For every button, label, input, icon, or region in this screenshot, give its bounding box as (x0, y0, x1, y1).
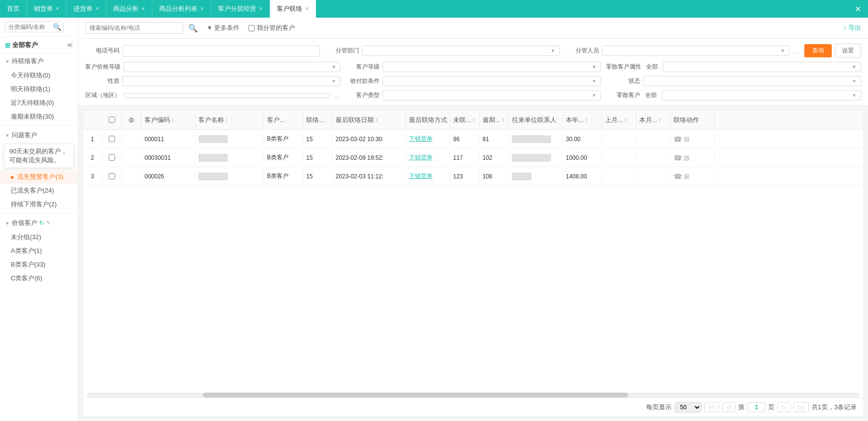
prev-page-button[interactable]: ◁ (722, 402, 735, 412)
phone-input[interactable] (122, 45, 320, 57)
person-select[interactable]: ▼ (602, 46, 790, 56)
th-lastmonth[interactable]: 上月... ↕ (602, 112, 636, 128)
td-check-2[interactable] (102, 151, 122, 164)
th-type[interactable]: 客户... (264, 112, 303, 128)
horizontal-scrollbar[interactable] (87, 393, 860, 397)
tab-analysis-list-close[interactable]: × (200, 5, 204, 12)
status-field: 状态 ▼ (606, 76, 861, 86)
sidebar-item-declining[interactable]: 持续下滑客户(2) (0, 198, 78, 211)
td-check-3[interactable] (102, 170, 122, 182)
th-settings[interactable]: ⚙ (122, 112, 142, 128)
th-partner[interactable]: 往来单位联系人 (509, 112, 563, 128)
sidebar-item-overdue[interactable]: 逾期未联络(30) (0, 110, 78, 124)
search-button[interactable]: 🔍 (188, 24, 198, 33)
zero-customer-select[interactable]: ▼ (662, 90, 861, 100)
sidebar-section-problem[interactable]: ▼ 问题客户 (0, 128, 78, 143)
tab-customer-layer-close[interactable]: × (259, 5, 263, 12)
custtype-select[interactable]: ▼ (383, 90, 601, 100)
next-page-button[interactable]: ▷ (777, 402, 791, 412)
th-overdue[interactable]: 逾期... ↕ (480, 112, 509, 128)
action-more-icon-1[interactable]: ⊞ (684, 135, 690, 143)
last-page-button[interactable]: ▷| (794, 402, 808, 412)
th-uncontact[interactable]: 未联... ↕ (450, 112, 480, 128)
th-code[interactable]: 客户编码 ↕ (142, 112, 195, 128)
td-lastway-3[interactable]: 下销货单 (406, 169, 450, 183)
price-select[interactable]: ▼ (123, 62, 340, 72)
th-name[interactable]: 客户名称 ↕ (195, 112, 264, 128)
tab-sales[interactable]: 销货单 × (27, 0, 67, 18)
tab-customer-contact-close[interactable]: × (305, 5, 309, 12)
select-all-checkbox[interactable] (109, 117, 115, 123)
custtype-field: 客户类型 ▼ (345, 90, 601, 100)
page-size-select[interactable]: 50 20 100 (675, 402, 701, 413)
row-checkbox-2[interactable] (109, 154, 115, 161)
sidebar-section-value[interactable]: ▼ 价值客户 ↻ ✎ (0, 216, 78, 230)
payment-select[interactable]: ▼ (383, 76, 601, 86)
sidebar-search-icon[interactable]: 🔍 (53, 23, 61, 31)
td-lastmonth-2 (602, 155, 636, 161)
sidebar-item-churned[interactable]: 已流失客户(24) (0, 184, 78, 198)
row-checkbox-1[interactable] (109, 136, 115, 142)
table-row: 1 000011 B类客户 15 2023-03-02 10:30: 下销货单 … (83, 130, 864, 149)
sidebar-item-class-c[interactable]: C类客户(6) (0, 272, 78, 285)
th-lastdate[interactable]: 最后联络日期 ↕ (333, 112, 406, 128)
table-settings-icon[interactable]: ⚙ (128, 116, 135, 124)
my-customers-checkbox-label[interactable]: 我分管的客户 (248, 24, 295, 32)
dept-select[interactable]: ▼ (362, 46, 559, 56)
tab-home[interactable]: 首页 (0, 0, 27, 18)
query-button[interactable]: 查询 (804, 44, 832, 57)
dept-label: 分管部门 (325, 47, 359, 55)
value-section-refresh[interactable]: ↻ (39, 220, 44, 226)
tab-purchase[interactable]: 进货单 × (67, 0, 106, 18)
more-conditions-button[interactable]: ▼ 更多条件 (203, 22, 243, 34)
zero-attr-select[interactable]: ▼ (663, 62, 861, 72)
tab-purchase-close[interactable]: × (96, 5, 99, 12)
sidebar-item-7days[interactable]: 近7天待联络(0) (0, 96, 78, 110)
tab-analysis[interactable]: 商品分析 × (106, 0, 152, 18)
level-select[interactable]: ▼ (383, 62, 601, 72)
action-phone-icon-3[interactable]: ☎ (674, 173, 682, 180)
window-close-button[interactable]: ✕ (848, 4, 868, 14)
tab-customer-layer[interactable]: 客户分层经营 × (211, 0, 270, 18)
th-thismonth[interactable]: 本月... ↕ (636, 112, 671, 128)
tab-customer-contact[interactable]: 客户联络 × (270, 0, 316, 18)
table-container: ⚙ 客户编码 ↕ 客户名称 ↕ 客户... 联络... 最后联络日期 (82, 110, 864, 417)
settings-button[interactable]: 设置 (835, 44, 861, 58)
region-select[interactable] (123, 93, 331, 98)
value-section-edit[interactable]: ✎ (46, 220, 51, 226)
first-page-button[interactable]: |◁ (704, 402, 719, 412)
sidebar-all-customers[interactable]: ⊞ 全部客户 ≪ (0, 37, 78, 54)
th-check[interactable] (102, 113, 122, 127)
horizontal-scroll-thumb[interactable] (203, 393, 628, 397)
sidebar-item-ungrouped[interactable]: 未分组(32) (0, 230, 78, 244)
th-thisyear[interactable]: 本年... ↕ (563, 112, 602, 128)
th-lastway[interactable]: 最后联络方式 (406, 112, 450, 128)
tab-sales-close[interactable]: × (56, 5, 59, 12)
action-more-icon-3[interactable]: ⊞ (684, 173, 690, 180)
th-contact[interactable]: 联络... (303, 112, 333, 128)
sidebar-item-class-a[interactable]: A类客户(1) (0, 244, 78, 258)
tab-analysis-list[interactable]: 商品分析列表 × (152, 0, 211, 18)
action-phone-icon-2[interactable]: ☎ (674, 154, 682, 162)
row-checkbox-3[interactable] (109, 173, 115, 179)
search-input[interactable] (85, 22, 183, 34)
action-phone-icon-1[interactable]: ☎ (674, 135, 682, 143)
td-lastway-1[interactable]: 下销货单 (406, 132, 450, 146)
person-more[interactable]: … (793, 47, 799, 55)
export-button[interactable]: ↑ 导出 (844, 24, 862, 32)
region-more[interactable]: … (334, 92, 340, 99)
current-page-input[interactable] (747, 402, 765, 412)
td-check-1[interactable] (102, 133, 122, 145)
tab-analysis-close[interactable]: × (142, 5, 145, 12)
person-arrow: ▼ (780, 48, 785, 53)
sidebar-item-churn-warning[interactable]: 流失预警客户(3) (0, 170, 78, 184)
sidebar-item-tomorrow[interactable]: 明天待联络(1) (0, 82, 78, 96)
status-select[interactable]: ▼ (643, 76, 861, 86)
sidebar-section-pending[interactable]: ▼ 待联络客户 (0, 54, 78, 69)
action-more-icon-2[interactable]: ⊞ (684, 154, 690, 162)
gender-select[interactable]: ▼ (122, 76, 340, 86)
sidebar-item-today[interactable]: 今天待联络(0) (0, 69, 78, 82)
sidebar-item-class-b[interactable]: B类客户(33) (0, 258, 78, 272)
my-customers-checkbox[interactable] (248, 25, 255, 31)
td-lastway-2[interactable]: 下销货单 (406, 150, 450, 165)
